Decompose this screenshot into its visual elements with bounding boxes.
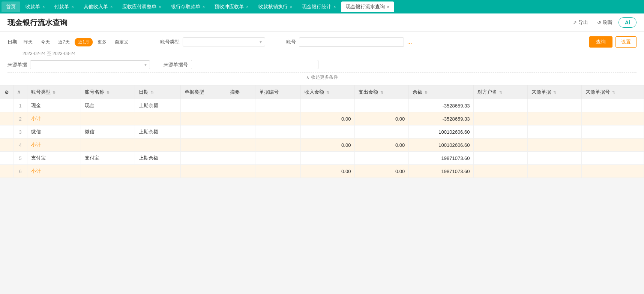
query-button[interactable]: 查询 [589,36,612,48]
tab-bank-flow[interactable]: 现金银行流水查询 × [341,1,394,12]
tab-verification[interactable]: 收款核销执行 × [254,1,297,12]
tab-payments[interactable]: 付款单 × [50,1,78,12]
row-settings-cell [0,165,14,178]
col-expense-label: 支出金额 [359,89,378,95]
row-source-doc-cell [528,139,582,152]
col-summary-label: 摘要 [230,89,240,95]
table-row[interactable]: 4小计0.000.00100102606.60 [0,139,644,152]
col-account-type[interactable]: 账号类型 ⇅ [27,85,81,99]
date-btn-more[interactable]: 更多 [94,38,110,46]
col-account-type-sort-icon: ⇅ [53,90,56,94]
date-btn-yesterday[interactable]: 昨天 [20,38,36,46]
close-advance-offset-icon[interactable]: × [246,4,248,9]
source-doc-no-input[interactable] [191,60,318,69]
row-balance-cell: 19871073.60 [409,152,474,165]
tab-receipts[interactable]: 收款单 × [21,1,49,12]
account-no-dots-button[interactable]: ... [405,38,413,46]
account-type-label: 账号类型 [160,39,180,45]
close-payments-icon[interactable]: × [71,4,74,9]
row-settings-cell [0,139,14,152]
date-btn-1month[interactable]: 近1月 [75,38,93,46]
row-num-cell: 5 [14,152,27,165]
col-expense-sort-icon: ⇅ [380,90,383,94]
col-source-doc-label: 来源单据 [531,89,551,95]
close-bank-stats-icon[interactable]: × [333,4,336,9]
source-doc-no-label: 来源单据号 [164,61,188,68]
settings-button[interactable]: 设置 [615,36,636,48]
row-income-cell: 0.00 [301,165,355,178]
nav-tabs: 首页 收款单 × 付款单 × 其他收入单 × 应收应付调整单 × 银行存取款单 … [0,0,644,13]
col-doc-no-label: 单据编号 [259,89,279,95]
row-doc-type-cell [180,125,226,139]
row-expense-cell [355,152,409,165]
tab-adjustments[interactable]: 应收应付调整单 × [118,1,165,12]
col-source-doc-no-sort-icon: ⇅ [612,90,615,94]
close-receipts-icon[interactable]: × [42,4,45,9]
tab-adjustments-label: 应收应付调整单 [122,3,156,10]
col-income-label: 收入金额 [305,89,324,95]
col-doc-type: 单据类型 [180,85,226,99]
export-label: 导出 [578,19,588,26]
row-source-doc-cell [528,112,582,125]
row-doc-type-cell [180,165,226,178]
tab-verification-label: 收款核销执行 [258,3,288,10]
source-doc-select[interactable]: ▾ [30,60,150,69]
table-row[interactable]: 6小计0.000.0019871073.60 [0,165,644,178]
row-num-cell: 6 [14,165,27,178]
table-header-row: ⚙ # 账号类型 ⇅ 账号名称 ⇅ 日期 ⇅ 单据类型 摘要 [0,85,644,99]
row-summary-cell [226,152,255,165]
tab-other-income[interactable]: 其他收入单 × [79,1,117,12]
close-adjustments-icon[interactable]: × [159,4,161,9]
close-other-income-icon[interactable]: × [110,4,113,9]
tab-home[interactable]: 首页 [2,1,20,12]
col-income[interactable]: 收入金额 ⇅ [301,85,355,99]
tab-advance-offset[interactable]: 预收冲应收单 × [210,1,253,12]
account-type-select[interactable]: ▾ [183,37,265,46]
tab-bank-deposits[interactable]: 银行存取款单 × [167,1,209,12]
ai-button[interactable]: Ai [618,17,636,28]
export-button[interactable]: ↗ 导出 [570,18,591,27]
col-balance-sort-icon: ⇅ [425,90,428,94]
col-account-name-sort-icon: ⇅ [107,90,110,94]
close-bank-deposits-icon[interactable]: × [203,4,205,9]
col-income-sort-icon: ⇅ [326,90,329,94]
table-row[interactable]: 1现金现金上期余额-3528659.33 [0,99,644,112]
row-settings-cell [0,125,14,139]
row-settings-cell [0,152,14,165]
page-header: 现金银行流水查询 ↗ 导出 ↺ 刷新 Ai [0,13,644,32]
table-row[interactable]: 3微信微信上期余额100102606.60 [0,125,644,139]
close-verification-icon[interactable]: × [290,4,292,9]
page-title: 现金银行流水查询 [8,18,68,28]
collapse-bar[interactable]: ∧ 收起更多条件 [8,72,636,82]
col-counterparty-label: 对方户名 [477,89,497,95]
col-account-name[interactable]: 账号名称 ⇅ [81,85,135,99]
close-bank-flow-icon[interactable]: × [387,4,389,9]
date-btn-7days[interactable]: 近7天 [55,38,73,46]
col-source-doc-no[interactable]: 来源单据号 ⇅ [582,85,644,99]
row-date-cell [135,165,180,178]
tab-receipts-label: 收款单 [26,3,40,10]
col-expense[interactable]: 支出金额 ⇅ [355,85,409,99]
row-source-doc-cell [528,165,582,178]
row-summary-cell [226,125,255,139]
col-balance[interactable]: 余额 ⇅ [409,85,474,99]
date-btn-custom[interactable]: 自定义 [111,38,132,46]
table-row[interactable]: 2小计0.000.00-3528659.33 [0,112,644,125]
date-btn-today[interactable]: 今天 [38,38,53,46]
row-account-name-cell [81,139,135,152]
row-balance-cell: -3528659.33 [409,99,474,112]
row-doc-type-cell [180,139,226,152]
col-source-doc[interactable]: 来源单据 ⇅ [528,85,582,99]
col-date[interactable]: 日期 ⇅ [135,85,180,99]
row-source-doc-cell [528,125,582,139]
tab-bank-stats[interactable]: 现金银行统计 × [297,1,340,12]
tab-other-income-label: 其他收入单 [84,3,108,10]
refresh-button[interactable]: ↺ 刷新 [594,18,615,27]
row-counterparty-cell [474,139,528,152]
account-no-input[interactable] [299,37,404,47]
col-counterparty[interactable]: 对方户名 ⇅ [474,85,528,99]
table-row[interactable]: 5支付宝支付宝上期余额19871073.60 [0,152,644,165]
row-source-doc-no-cell [582,99,644,112]
col-settings[interactable]: ⚙ [0,85,14,99]
col-doc-no: 单据编号 [255,85,301,99]
